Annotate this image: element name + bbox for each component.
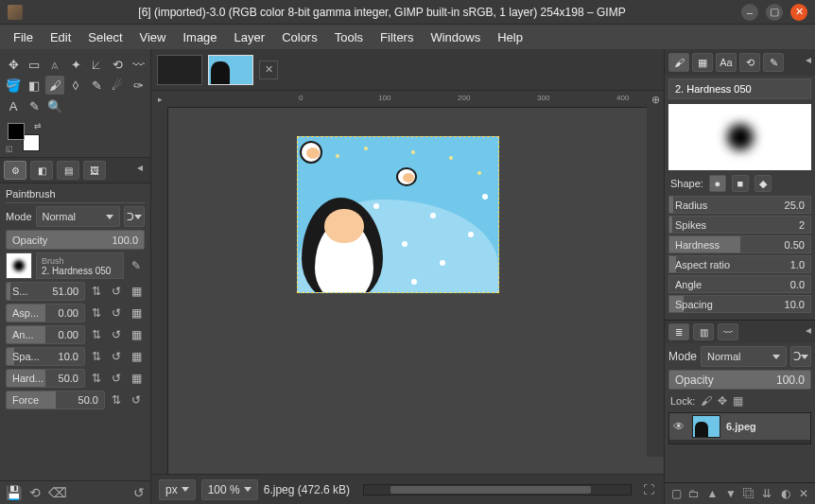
lock-alpha-icon[interactable]: ▦ [733, 394, 743, 408]
duplicate-layer-icon[interactable]: ⿻ [741, 487, 756, 500]
brush-preview[interactable] [6, 252, 32, 279]
opacity-slider[interactable]: Opacity 100.0 [6, 230, 145, 250]
delete-layer-icon[interactable]: ✕ [796, 487, 811, 500]
images-tab[interactable]: 🖼 [83, 161, 106, 180]
image-thumb-active[interactable] [208, 55, 253, 85]
tool-rect-select[interactable]: ▭ [25, 55, 43, 74]
size-reset-icon[interactable]: ↺ [108, 282, 125, 301]
image-close-button[interactable]: ✕ [259, 61, 278, 79]
fg-color-swatch[interactable] [8, 123, 25, 140]
patterns-tab[interactable]: ▦ [692, 53, 713, 72]
tool-crop[interactable]: ⟀ [87, 55, 106, 74]
spacing-reset-icon[interactable]: ↺ [108, 347, 125, 366]
lower-layer-icon[interactable]: ▼ [723, 487, 738, 500]
hardness-link-icon[interactable]: ▦ [128, 369, 145, 388]
minimize-button[interactable]: – [741, 4, 758, 21]
canvas[interactable] [297, 136, 499, 293]
brush-hardness[interactable]: Hardness0.50 [668, 235, 811, 253]
paint-dynamics-tab[interactable]: ✎ [763, 53, 784, 72]
mode-select[interactable]: Normal [36, 206, 120, 227]
spacing-slider[interactable]: Spa...10.0 [6, 347, 85, 366]
aspect-slider[interactable]: Asp...0.00 [6, 304, 85, 322]
zoom-select[interactable]: 100 % [201, 479, 258, 500]
menu-layer[interactable]: Layer [227, 26, 273, 48]
tool-paintbrush[interactable]: 🖌 [45, 76, 64, 95]
brush-edit-icon[interactable]: ✎ [128, 256, 145, 275]
tool-fuzzy-select[interactable]: ✦ [66, 55, 85, 74]
aspect-reset-icon[interactable]: ↺ [108, 304, 125, 322]
shape-circle-button[interactable]: ● [709, 175, 726, 192]
new-group-icon[interactable]: 🗀 [686, 487, 702, 500]
brushes-tab[interactable]: 🖌 [668, 53, 689, 72]
tool-warp[interactable]: 〰 [129, 55, 147, 74]
size-stepper[interactable]: ⇅ [88, 282, 105, 301]
tool-path[interactable]: ✑ [129, 76, 147, 95]
save-options-icon[interactable]: 💾 [6, 485, 22, 500]
menu-select[interactable]: Select [80, 26, 130, 48]
delete-options-icon[interactable]: ⌫ [48, 485, 67, 500]
tool-text[interactable]: A [4, 96, 23, 115]
scrollbar-vertical[interactable] [647, 108, 664, 457]
brush-spikes[interactable]: Spikes2 [668, 216, 811, 234]
brush-radius[interactable]: Radius25.0 [668, 196, 811, 214]
menu-view[interactable]: View [132, 26, 174, 48]
brush-search-input[interactable]: 2. Hardness 050 [668, 78, 811, 99]
size-link-icon[interactable]: ▦ [128, 282, 145, 301]
tool-color-picker[interactable]: ✎ [25, 96, 43, 115]
close-button[interactable]: ✕ [790, 4, 807, 21]
force-stepper[interactable]: ⇅ [108, 391, 125, 409]
tool-clone[interactable]: ✎ [87, 76, 106, 95]
fg-bg-colors[interactable]: ⇄ ◱ [6, 121, 42, 153]
size-slider[interactable]: S...51.00 [6, 282, 85, 301]
brush-angle[interactable]: Angle0.0 [668, 275, 811, 293]
nav-corner-icon[interactable]: ⛶ [641, 483, 656, 496]
menu-tools[interactable]: Tools [327, 26, 371, 48]
dock-menu-icon[interactable]: ◂ [806, 53, 811, 72]
menu-windows[interactable]: Windows [423, 26, 488, 48]
menu-file[interactable]: File [6, 26, 41, 48]
shape-diamond-button[interactable]: ◆ [754, 175, 772, 192]
menu-image[interactable]: Image [175, 26, 224, 48]
default-colors-icon[interactable]: ◱ [6, 145, 13, 153]
paths-tab[interactable]: 〰 [718, 323, 738, 340]
navigate-icon[interactable]: ⊕ [647, 91, 664, 108]
aspect-stepper[interactable]: ⇅ [88, 304, 105, 322]
layer-row[interactable]: 👁 6.jpeg [669, 413, 810, 440]
brush-big-preview[interactable] [668, 104, 811, 170]
visibility-toggle-icon[interactable]: 👁 [673, 420, 686, 433]
tool-bucket[interactable]: 🪣 [4, 76, 23, 95]
ruler-horizontal[interactable]: 0 100 200 300 400 [168, 91, 647, 108]
tool-free-select[interactable]: ⟑ [45, 55, 64, 74]
hardness-slider[interactable]: Hard...50.0 [6, 369, 85, 388]
tool-zoom[interactable]: 🔍 [45, 96, 64, 115]
menu-filters[interactable]: Filters [373, 26, 421, 48]
hardness-stepper[interactable]: ⇅ [88, 369, 105, 388]
dock-menu-icon[interactable]: ◂ [133, 161, 147, 180]
tool-eraser[interactable]: ◊ [66, 76, 85, 95]
ruler-corner[interactable]: ▸ [151, 91, 168, 108]
layer-opacity-slider[interactable]: Opacity 100.0 [668, 370, 811, 390]
merge-layer-icon[interactable]: ⇊ [759, 487, 774, 500]
maximize-button[interactable]: ▢ [766, 4, 783, 21]
device-status-tab[interactable]: ◧ [30, 161, 53, 180]
channels-tab[interactable]: ▥ [693, 323, 714, 340]
tool-options-tab[interactable]: ⚙ [4, 161, 26, 180]
force-reset-icon[interactable]: ↺ [128, 391, 145, 409]
layers-tab[interactable]: ≣ [668, 323, 689, 340]
layer-mode-link-button[interactable]: Ↄ [790, 346, 811, 367]
swap-colors-icon[interactable]: ⇄ [34, 121, 42, 130]
bg-color-swatch[interactable] [23, 134, 40, 151]
hardness-reset-icon[interactable]: ↺ [108, 369, 125, 388]
layer-thumbnail[interactable] [692, 415, 720, 438]
spacing-stepper[interactable]: ⇅ [88, 347, 105, 366]
brush-aspect[interactable]: Aspect ratio1.0 [668, 255, 811, 273]
angle-reset-icon[interactable]: ↺ [108, 325, 125, 344]
image-thumb-blank[interactable] [157, 55, 202, 85]
brush-name-box[interactable]: Brush 2. Hardness 050 [36, 252, 124, 279]
angle-link-icon[interactable]: ▦ [128, 325, 145, 344]
menu-help[interactable]: Help [490, 26, 530, 48]
shape-square-button[interactable]: ■ [732, 175, 749, 192]
fonts-tab[interactable]: Aa [716, 53, 737, 72]
menu-colors[interactable]: Colors [274, 26, 325, 48]
angle-slider[interactable]: An...0.00 [6, 325, 85, 344]
